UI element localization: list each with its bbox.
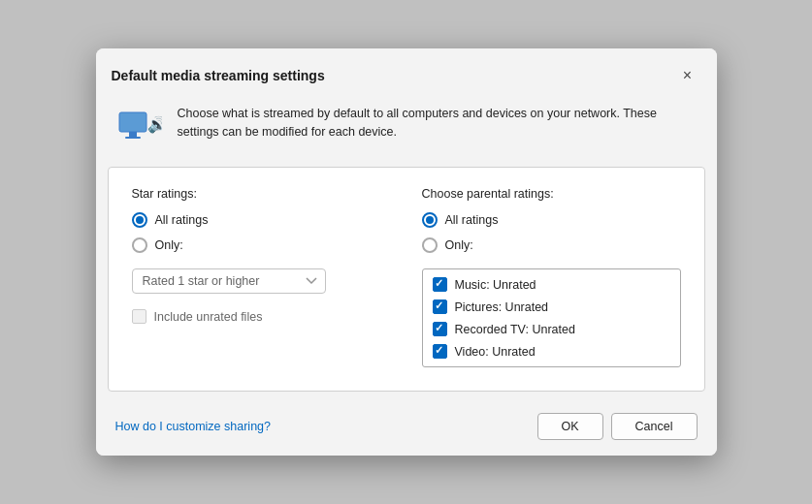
include-unrated-item: Include unrated files [132,309,391,324]
parental-video-checkbox[interactable] [433,344,447,359]
parental-ratings-panel: Choose parental ratings: All ratings Onl… [422,187,681,367]
star-all-ratings-radio[interactable] [132,212,147,228]
parental-only-option[interactable]: Only: [422,237,681,253]
dialog-title: Default media streaming settings [112,68,325,83]
parental-items-list: Music: Unrated Pictures: Unrated Recorde… [422,268,681,367]
close-button[interactable]: × [674,62,701,89]
parental-recorded-tv-checkbox[interactable] [433,322,447,336]
star-only-label: Only: [155,238,183,252]
svg-rect-1 [129,132,137,137]
parental-all-ratings-radio[interactable] [422,212,438,228]
cancel-button[interactable]: Cancel [611,413,698,440]
parental-radio-group: All ratings Only: [422,212,681,253]
parental-video-item[interactable]: Video: Unrated [433,344,670,359]
star-rating-dropdown[interactable]: Rated 1 star or higher Rated 2 stars or … [132,268,326,294]
media-icon: 🔊 [115,105,162,151]
star-ratings-title: Star ratings: [132,187,391,201]
header-text: Choose what is streamed by default to al… [178,105,698,142]
parental-pictures-label: Pictures: Unrated [455,300,549,314]
parental-recorded-tv-label: Recorded TV: Unrated [455,323,575,336]
parental-only-label: Only: [445,238,473,252]
parental-all-ratings-option[interactable]: All ratings [422,212,681,228]
parental-music-checkbox[interactable] [433,277,447,292]
star-ratings-panel: Star ratings: All ratings Only: Rated 1 … [132,187,391,367]
include-unrated-checkbox[interactable] [132,309,146,324]
star-all-ratings-label: All ratings [155,213,209,227]
star-all-ratings-option[interactable]: All ratings [132,212,391,228]
parental-pictures-checkbox[interactable] [433,299,447,314]
star-only-radio[interactable] [132,237,147,253]
parental-all-ratings-label: All ratings [445,213,499,227]
content-area: Star ratings: All ratings Only: Rated 1 … [108,167,705,392]
close-icon: × [683,67,692,84]
help-link[interactable]: How do I customize sharing? [115,420,272,433]
title-bar: Default media streaming settings × [96,48,717,99]
parental-pictures-item[interactable]: Pictures: Unrated [433,299,670,314]
svg-rect-0 [119,112,146,132]
parental-only-radio[interactable] [422,237,438,253]
include-unrated-label: Include unrated files [154,310,263,324]
header-section: 🔊 Choose what is streamed by default to … [96,99,717,167]
parental-music-label: Music: Unrated [455,278,536,292]
star-only-option[interactable]: Only: [132,237,391,253]
footer: How do I customize sharing? OK Cancel [96,403,717,456]
star-dropdown-wrapper: Rated 1 star or higher Rated 2 stars or … [132,268,391,294]
footer-buttons: OK Cancel [537,413,698,440]
parental-music-item[interactable]: Music: Unrated [433,277,670,292]
star-radio-group: All ratings Only: [132,212,391,253]
svg-text:🔊: 🔊 [147,115,162,134]
dialog: Default media streaming settings × 🔊 Cho… [96,48,717,456]
svg-rect-2 [125,137,141,139]
parental-video-label: Video: Unrated [455,345,536,359]
ok-button[interactable]: OK [537,413,603,440]
parental-recorded-tv-item[interactable]: Recorded TV: Unrated [433,322,670,336]
parental-ratings-title: Choose parental ratings: [422,187,681,201]
